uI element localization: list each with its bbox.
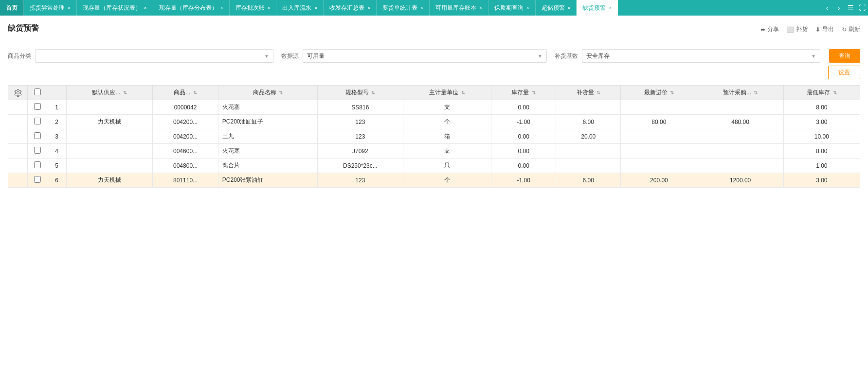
row-unit-cell: 箱 (403, 129, 491, 144)
tab-next-btn[interactable]: › (833, 0, 845, 16)
tab-available-ledger[interactable]: 可用量库存账本 × (430, 0, 488, 16)
row-checkbox[interactable] (34, 132, 41, 139)
row-spec-cell: 123 (317, 173, 403, 188)
tab-expiry-query[interactable]: 保质期查询 × (488, 0, 536, 16)
row-stock-cell: 0.00 (491, 144, 556, 158)
row-checkbox-cell[interactable] (28, 115, 47, 129)
tab-available-ledger-close[interactable]: × (479, 5, 482, 11)
tab-receive-summary-close[interactable]: × (367, 5, 370, 11)
col-latest-price-label: 最新进价 (644, 89, 668, 96)
col-header-est-purchase[interactable]: 预计采购... ⇅ (697, 86, 783, 100)
col-header-replenish[interactable]: 补货量 ⇅ (556, 86, 621, 100)
row-est-purchase-cell (697, 144, 783, 158)
col-header-product-name[interactable]: 商品名称 ⇅ (218, 86, 317, 100)
col-header-stock[interactable]: 库存量 ⇅ (491, 86, 556, 100)
table-row: 1 0000042 火花塞 SS816 支 0.00 8.00 (8, 100, 860, 115)
col-header-min-stock[interactable]: 最低库存 ⇅ (783, 86, 860, 100)
col-stock-label: 库存量 (511, 89, 529, 96)
share-label: 分享 (767, 25, 779, 34)
row-min-stock-cell: 3.00 (783, 173, 860, 188)
export-action[interactable]: ⬇ 导出 (815, 25, 834, 34)
sort-supplier-icon: ⇅ (123, 90, 127, 95)
refresh-label: 刷新 (849, 25, 860, 34)
tab-inout-flow[interactable]: 出入库流水 × (276, 0, 324, 16)
tab-receive-summary[interactable]: 收发存汇总表 × (324, 0, 377, 16)
tab-order-stats-close[interactable]: × (420, 5, 423, 11)
tab-inout-flow-close[interactable]: × (314, 5, 317, 11)
tab-menu-btn[interactable]: ☰ (845, 0, 856, 16)
row-checkbox-cell[interactable] (28, 158, 47, 173)
product-category-chevron-icon: ▼ (264, 53, 269, 59)
refresh-icon: ↻ (842, 26, 847, 33)
row-checkbox[interactable] (34, 118, 41, 124)
row-product-name-cell: 火花塞 (218, 144, 317, 158)
col-header-product-code[interactable]: 商品... ⇅ (153, 86, 218, 100)
data-source-value: 可用量 (307, 52, 325, 60)
row-product-code-cell: 004800... (153, 158, 218, 173)
row-unit-cell: 支 (403, 100, 491, 115)
row-replenish-cell (556, 100, 621, 115)
tab-inventory-dist[interactable]: 现存量（库存分布表） × (153, 0, 230, 16)
select-all-checkbox[interactable] (34, 88, 41, 95)
tab-expiry-query-close[interactable]: × (526, 5, 529, 11)
sort-latest-price-icon: ⇅ (670, 90, 674, 95)
row-checkbox-cell[interactable] (28, 100, 47, 115)
col-header-checkbox[interactable] (28, 86, 47, 100)
tab-shortage-close[interactable]: × (609, 5, 612, 11)
row-min-stock-cell: 8.00 (783, 144, 860, 158)
row-checkbox-cell[interactable] (28, 129, 47, 144)
gear-icon[interactable] (14, 89, 22, 97)
setting-button[interactable]: 设置 (828, 66, 860, 79)
row-product-name-cell: PC200油缸缸子 (218, 115, 317, 129)
row-replenish-cell: 6.00 (556, 115, 621, 129)
row-checkbox[interactable] (34, 176, 41, 183)
tab-stock-exception-close[interactable]: × (68, 5, 71, 11)
row-product-code-cell: 0000042 (153, 100, 218, 115)
tab-order-stats[interactable]: 要货单统计表 × (377, 0, 430, 16)
row-checkbox[interactable] (34, 103, 41, 110)
row-checkbox[interactable] (34, 161, 41, 168)
row-stock-cell: -1.00 (491, 115, 556, 129)
tab-overstock-close[interactable]: × (568, 5, 571, 11)
data-source-chevron-icon: ▼ (538, 53, 542, 59)
col-header-supplier[interactable]: 默认供应... ⇅ (67, 86, 153, 100)
row-product-code-cell: 004200... (153, 115, 218, 129)
row-checkbox-cell[interactable] (28, 144, 47, 158)
col-header-index (47, 86, 67, 100)
col-header-latest-price[interactable]: 最新进价 ⇅ (621, 86, 697, 100)
row-settings-cell (8, 158, 28, 173)
row-checkbox-cell[interactable] (28, 173, 47, 188)
row-spec-cell: 123 (317, 115, 403, 129)
tab-stock-exception-label: 拣货异常处理 (30, 4, 65, 12)
tab-overstock[interactable]: 超储预警 × (536, 0, 577, 16)
row-index-cell: 2 (47, 115, 67, 129)
row-supplier-cell: 力天机械 (67, 115, 153, 129)
row-settings-cell (8, 115, 28, 129)
sort-stock-icon: ⇅ (532, 90, 536, 95)
tab-batch-account-close[interactable]: × (268, 5, 271, 11)
row-spec-cell: SS816 (317, 100, 403, 115)
share-action[interactable]: ⬌ 分享 (760, 25, 779, 34)
tab-available-ledger-label: 可用量库存账本 (435, 4, 476, 12)
query-button[interactable]: 查询 (829, 49, 860, 63)
tab-inventory-status-close[interactable]: × (144, 5, 147, 11)
refresh-action[interactable]: ↻ 刷新 (842, 25, 860, 34)
col-header-unit[interactable]: 主计量单位 ⇅ (403, 86, 491, 100)
tab-home[interactable]: 首页 (0, 0, 24, 16)
data-source-select[interactable]: 可用量 ▼ (303, 49, 547, 63)
row-product-name-cell: 离合片 (218, 158, 317, 173)
replenish-base-select[interactable]: 安全库存 ▼ (582, 49, 820, 63)
tab-inventory-dist-close[interactable]: × (220, 5, 223, 11)
row-checkbox[interactable] (34, 147, 41, 154)
product-category-select[interactable]: ▼ (35, 49, 273, 63)
replenish-action[interactable]: ⬜ 补货 (787, 25, 808, 34)
row-product-code-cell: 004200... (153, 129, 218, 144)
tab-shortage[interactable]: 缺货预警 × (577, 0, 618, 16)
tab-prev-btn[interactable]: ‹ (821, 0, 833, 16)
tab-stock-exception[interactable]: 拣货异常处理 × (24, 0, 77, 16)
tab-fullscreen-btn[interactable]: ⛶ (856, 0, 868, 16)
tab-inventory-status[interactable]: 现存量（库存状况表） × (77, 0, 153, 16)
col-header-spec[interactable]: 规格型号 ⇅ (317, 86, 403, 100)
row-index-cell: 3 (47, 129, 67, 144)
tab-batch-account[interactable]: 库存批次账 × (230, 0, 277, 16)
